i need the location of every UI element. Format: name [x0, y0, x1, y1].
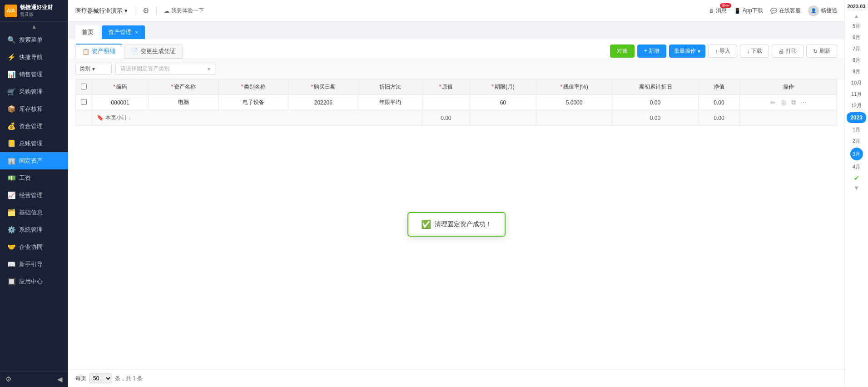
timeline-month-8[interactable]: 8月 — [845, 55, 868, 66]
timeline-month-1[interactable]: 1月 — [845, 124, 868, 135]
sidebar-item-app-center[interactable]: 🔲 应用中心 — [0, 273, 68, 290]
timeline-year-2023[interactable]: 2023 — [847, 112, 866, 123]
ledger-icon: 📒 — [7, 139, 15, 148]
sidebar-item-label: 新手引导 — [19, 260, 43, 268]
row-residual-rate: 5.0000 — [536, 95, 612, 110]
select-all-checkbox[interactable] — [81, 84, 87, 89]
refresh-button[interactable]: ↻ 刷新 — [806, 45, 837, 58]
timeline-month-6[interactable]: 6月 — [845, 32, 868, 43]
row-actions-cell: ✏ 🗑 ⧉ ⋯ — [740, 95, 837, 110]
timeline-month-4[interactable]: 4月 — [845, 161, 868, 173]
topbar-divider — [135, 6, 135, 15]
sidebar-item-fixed-assets[interactable]: 🏢 固定资产 — [0, 152, 68, 169]
sidebar-collapse-icon[interactable]: ◀ — [57, 375, 63, 383]
timeline-month-12[interactable]: 12月 — [845, 100, 868, 111]
sidebar-item-enterprise[interactable]: 🤝 企业协同 — [0, 238, 68, 256]
batch-button[interactable]: 批量操作 ▾ — [669, 45, 705, 58]
sidebar-item-funds[interactable]: 💰 资金管理 — [0, 118, 68, 135]
sidebar-item-purchase[interactable]: 🛒 采购管理 — [0, 83, 68, 100]
sidebar-item-payroll[interactable]: 💵 工资 — [0, 169, 68, 187]
row-initial-depreciation: 0.00 — [612, 95, 698, 110]
sidebar-item-system[interactable]: ⚙️ 系统管理 — [0, 221, 68, 238]
sidebar-item-search[interactable]: 🔍 搜索菜单 — [0, 31, 68, 49]
export-button[interactable]: ↑ 导入 — [708, 45, 737, 58]
row-original-value — [422, 95, 470, 110]
timeline-header: 2023.03 — [848, 2, 866, 12]
timeline-month-2[interactable]: 2月 — [845, 135, 868, 147]
toast-box: ✅ 清理固定资产成功！ — [407, 212, 506, 237]
print-button[interactable]: 🖨 打印 — [772, 45, 804, 58]
timeline-month-11[interactable]: 11月 — [845, 89, 868, 100]
row-more-button[interactable]: ⋯ — [799, 99, 808, 106]
table-row: 000001 电脑 电子设备 202206 年限平均 60 5.0000 0.0… — [76, 95, 837, 110]
sidebar-item-label: 工资 — [19, 174, 31, 182]
tab-close-icon[interactable]: ✕ — [134, 30, 139, 35]
timeline-arrow-up[interactable]: ▲ — [853, 12, 859, 20]
app-center-icon: 🔲 — [7, 278, 15, 286]
th-code: *编码 — [92, 79, 149, 95]
user-menu[interactable]: 👤 畅捷通 — [808, 5, 837, 16]
sidebar-item-sales[interactable]: 📊 销售管理 — [0, 66, 68, 83]
tab-assets[interactable]: 资产管理 ✕ — [102, 25, 145, 39]
company-selector[interactable]: 医疗器械行业演示 ▾ — [75, 7, 128, 15]
th-actions: 操作 — [740, 79, 837, 95]
row-copy-button[interactable]: ⧉ — [790, 99, 797, 106]
tab-home[interactable]: 首页 — [75, 25, 100, 39]
sidebar-item-ledger[interactable]: 📒 总账管理 — [0, 135, 68, 152]
topbar-settings-icon[interactable]: ⚙ — [143, 6, 149, 15]
timeline-month-3-active[interactable]: 3月 — [850, 148, 863, 160]
category-input[interactable]: 请选择固定资产类别 ▾ — [115, 63, 215, 75]
sales-icon: 📊 — [7, 70, 15, 79]
subtotal-period — [470, 110, 536, 126]
subtotal-label: 🔖本页小计： — [92, 110, 422, 126]
total-label: 条，共 1 条 — [115, 375, 143, 382]
timeline-month-5[interactable]: 5月 — [845, 20, 868, 32]
timeline-month-10[interactable]: 10月 — [845, 77, 868, 89]
online-service-button[interactable]: 💬 在线客服 — [770, 7, 801, 15]
sidebar-item-inventory[interactable]: 📦 库存核算 — [0, 100, 68, 118]
app-download-button[interactable]: 📱 App下载 — [734, 7, 763, 15]
sidebar-item-label: 固定资产 — [19, 157, 43, 165]
sidebar-item-operations[interactable]: 📈 经营管理 — [0, 187, 68, 204]
timeline-month-7[interactable]: 7月 — [845, 43, 868, 55]
timeline-month-9[interactable]: 9月 — [845, 66, 868, 77]
subtab-change-voucher[interactable]: 📄 变更生成凭证 — [124, 44, 183, 59]
topbar-right: 🖥 消息 99+ 📱 App下载 💬 在线客服 👤 畅捷通 — [709, 5, 837, 16]
experience-icon: ☁ — [164, 8, 169, 14]
message-icon: 🖥 — [709, 8, 714, 14]
sidebar-item-label: 系统管理 — [19, 226, 43, 234]
table-wrap: *编码 *资产名称 *类别名称 *购买日期 折旧方法 *原值 *期限(月) *残… — [68, 79, 844, 369]
per-page-select[interactable]: 50 10 20 100 — [89, 373, 112, 383]
refresh-icon: ↻ — [813, 48, 818, 55]
new-button[interactable]: + 新增 — [637, 45, 666, 58]
toast-success-icon: ✅ — [421, 219, 431, 229]
sidebar-item-base-info[interactable]: 🗂️ 基础信息 — [0, 204, 68, 221]
category-placeholder: 请选择固定资产类别 — [120, 65, 169, 73]
download-button[interactable]: ↓ 下载 — [740, 45, 769, 58]
row-actions: ✏ 🗑 ⧉ ⋯ — [744, 99, 832, 106]
sidebar-scroll-up[interactable]: ▲ — [0, 22, 68, 31]
th-original-value: *原值 — [422, 79, 470, 95]
sidebar-item-label: 基础信息 — [19, 208, 43, 217]
sidebar-item-quick-nav[interactable]: ⚡ 快捷导航 — [0, 49, 68, 66]
user-name: 畅捷通 — [821, 7, 837, 15]
reconcile-button[interactable]: 对账 — [610, 45, 635, 58]
online-service-label: 在线客服 — [779, 7, 801, 15]
messages-button[interactable]: 🖥 消息 99+ — [709, 7, 727, 15]
sidebar-item-guide[interactable]: 📖 新手引导 — [0, 256, 68, 273]
sidebar-settings-icon[interactable]: ⚙ — [5, 375, 11, 383]
experience-button[interactable]: ☁ 我要体验一下 — [164, 7, 204, 15]
row-checkbox[interactable] — [81, 99, 87, 105]
row-edit-button[interactable]: ✏ — [769, 99, 777, 106]
subtab-asset-detail[interactable]: 📋 资产明细 — [75, 44, 122, 59]
category-select[interactable]: 类别 ▾ — [75, 63, 112, 75]
timeline-arrow-down[interactable]: ▼ — [853, 184, 859, 192]
th-depreciation-method: 折旧方法 — [358, 79, 422, 95]
th-net-value: 净值 — [698, 79, 740, 95]
subtab-asset-detail-icon: 📋 — [82, 48, 89, 55]
page-area: 📋 资产明细 📄 变更生成凭证 对账 + 新增 批量操作 ▾ ↑ 导入 — [68, 39, 844, 387]
row-delete-button[interactable]: 🗑 — [779, 99, 788, 106]
category-dropdown-icon: ▾ — [92, 66, 95, 72]
tabbar: 首页 资产管理 ✕ — [68, 22, 844, 39]
app-edition: 普及版 — [20, 11, 53, 18]
